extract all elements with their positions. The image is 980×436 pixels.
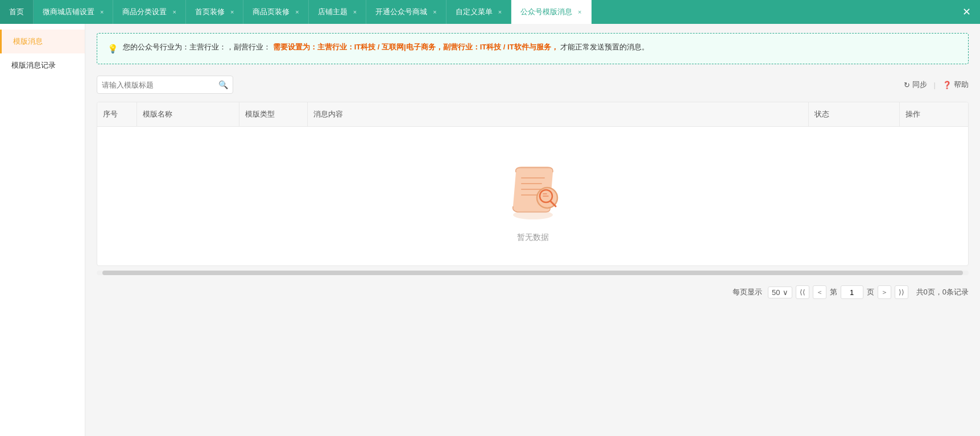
close-store-theme[interactable]: × bbox=[353, 9, 357, 15]
tab-home-decor[interactable]: 首页装修 × bbox=[186, 0, 243, 24]
search-input[interactable] bbox=[102, 81, 218, 89]
search-input-wrap: 🔍 bbox=[97, 76, 233, 94]
empty-illustration bbox=[499, 161, 567, 223]
tab-custom-menu[interactable]: 自定义菜单 × bbox=[446, 0, 511, 24]
sidebar-item-template-log[interactable]: 模版消息记录 bbox=[0, 53, 85, 77]
prev-page-button[interactable]: ＜ bbox=[813, 285, 826, 299]
close-home-decor[interactable]: × bbox=[230, 9, 234, 15]
col-name: 模版名称 bbox=[137, 102, 239, 126]
tab-open-mall[interactable]: 开通公众号商城 × bbox=[366, 0, 446, 24]
close-template-msg[interactable]: × bbox=[578, 9, 581, 15]
sync-icon: ↻ bbox=[904, 81, 910, 89]
search-icon[interactable]: 🔍 bbox=[218, 80, 228, 89]
sync-button[interactable]: ↻ 同步 bbox=[904, 80, 927, 90]
close-all-button[interactable]: ✕ bbox=[953, 6, 980, 18]
close-open-mall[interactable]: × bbox=[433, 9, 436, 15]
next-page-button[interactable]: ＞ bbox=[878, 285, 891, 299]
chevron-down-icon: ∨ bbox=[783, 288, 788, 297]
top-nav: 首页 微商城店铺设置 × 商品分类设置 × 首页装修 × 商品页装修 × 店铺主… bbox=[0, 0, 980, 24]
pagination: 每页显示 50 ∨ ⟨⟨ ＜ 第 页 ＞ ⟩⟩ 共0页，0条记录 bbox=[97, 280, 969, 302]
search-right: ↻ 同步 | ❓ 帮助 bbox=[904, 80, 969, 90]
tab-store-settings[interactable]: 微商城店铺设置 × bbox=[34, 0, 113, 24]
notice-banner: 💡 您的公众号行业为：主营行业：，副营行业： 需要设置为：主营行业：IT科技 /… bbox=[97, 33, 969, 64]
total-text: 共0页，0条记录 bbox=[916, 287, 969, 297]
tab-store-theme[interactable]: 店铺主题 × bbox=[309, 0, 366, 24]
notice-text: 您的公众号行业为：主营行业：，副营行业： 需要设置为：主营行业：IT科技 / 互… bbox=[123, 41, 649, 53]
tab-product-category[interactable]: 商品分类设置 × bbox=[113, 0, 185, 24]
empty-text: 暂无数据 bbox=[517, 232, 549, 243]
empty-state: 暂无数据 bbox=[97, 127, 968, 265]
page-unit: 页 bbox=[867, 287, 874, 297]
sidebar: 模版消息 模版消息记录 bbox=[0, 24, 85, 436]
col-status: 状态 bbox=[809, 102, 900, 126]
scrollbar-track[interactable] bbox=[97, 271, 969, 275]
per-page-label: 每页显示 bbox=[733, 287, 762, 297]
per-page-select[interactable]: 50 ∨ bbox=[768, 286, 792, 298]
col-action: 操作 bbox=[900, 102, 968, 126]
main-layout: 模版消息 模版消息记录 💡 您的公众号行业为：主营行业：，副营行业： 需要设置为… bbox=[0, 24, 980, 436]
page-input[interactable] bbox=[841, 285, 863, 299]
close-custom-menu[interactable]: × bbox=[498, 9, 502, 15]
sidebar-item-template-msg[interactable]: 模版消息 bbox=[0, 30, 85, 53]
col-index: 序号 bbox=[97, 102, 137, 126]
toolbar-divider: | bbox=[934, 81, 936, 89]
page-label: 第 bbox=[830, 287, 837, 297]
col-type: 模版类型 bbox=[239, 102, 308, 126]
col-content: 消息内容 bbox=[308, 102, 809, 126]
tab-home[interactable]: 首页 bbox=[0, 0, 34, 24]
close-product-category[interactable]: × bbox=[172, 9, 176, 15]
tab-template-msg[interactable]: 公众号模版消息 × bbox=[511, 0, 591, 24]
close-store-settings[interactable]: × bbox=[100, 9, 104, 15]
scrollbar-thumb[interactable] bbox=[102, 271, 963, 275]
tab-product-decor[interactable]: 商品页装修 × bbox=[243, 0, 308, 24]
table-header: 序号 模版名称 模版类型 消息内容 状态 操作 bbox=[97, 102, 968, 127]
help-icon: ❓ bbox=[942, 81, 952, 89]
first-page-button[interactable]: ⟨⟨ bbox=[796, 285, 809, 299]
close-product-decor[interactable]: × bbox=[295, 9, 299, 15]
content-area: 💡 您的公众号行业为：主营行业：，副营行业： 需要设置为：主营行业：IT科技 /… bbox=[85, 24, 980, 436]
data-table: 序号 模版名称 模版类型 消息内容 状态 操作 bbox=[97, 102, 969, 266]
bulb-icon: 💡 bbox=[107, 42, 118, 56]
help-button[interactable]: ❓ 帮助 bbox=[942, 80, 969, 90]
last-page-button[interactable]: ⟩⟩ bbox=[895, 285, 908, 299]
search-bar: 🔍 ↻ 同步 | ❓ 帮助 bbox=[97, 76, 969, 94]
